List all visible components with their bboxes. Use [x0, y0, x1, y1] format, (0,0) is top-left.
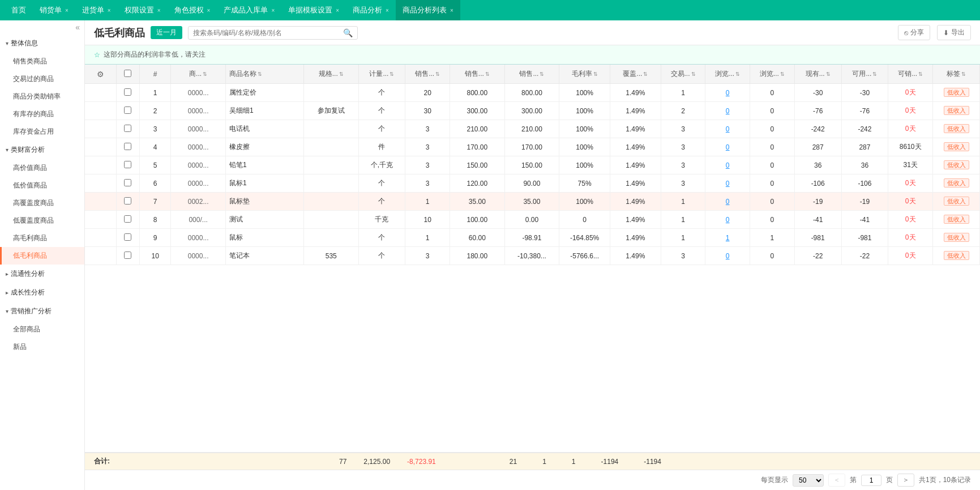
nav-close-icon[interactable]: × — [157, 7, 161, 14]
sidebar-item-high-value[interactable]: 高价值商品 — [0, 159, 84, 177]
nav-product-instock[interactable]: 产成品入库单 × — [217, 0, 281, 20]
sidebar-section-growth[interactable]: ▸ 成长性分析 — [0, 283, 84, 302]
sidebar-item-sales-goods[interactable]: 销售类商品 — [0, 53, 84, 70]
sidebar-item-low-margin[interactable]: 低毛利商品 — [0, 247, 84, 265]
cell-browse1[interactable]: 0 — [705, 174, 750, 193]
th-spec[interactable]: 规格...⇅ — [303, 65, 358, 84]
date-filter-button[interactable]: 近一月 — [151, 26, 182, 39]
cell-name: 鼠标 — [225, 229, 303, 247]
th-avail[interactable]: 可用...⇅ — [841, 65, 888, 84]
sidebar-section-circulation[interactable]: ▸ 流通性分析 — [0, 265, 84, 283]
sidebar-section-marketing[interactable]: ▾ 营销推广分析 — [0, 302, 84, 321]
sidebar-item-all-goods[interactable]: 全部商品 — [0, 321, 84, 338]
th-gross-rate[interactable]: 毛利率⇅ — [559, 65, 610, 84]
th-stock[interactable]: 现有...⇅ — [794, 65, 841, 84]
row-checkbox[interactable] — [124, 252, 131, 259]
share-button[interactable]: ⎋ 分享 — [898, 25, 930, 40]
cell-browse1[interactable]: 0 — [705, 156, 750, 174]
nav-close-icon[interactable]: × — [336, 7, 339, 14]
sidebar-section-overall[interactable]: ▾ 整体信息 — [0, 34, 84, 53]
sidebar-item-low-coverage[interactable]: 低覆盖度商品 — [0, 212, 84, 229]
th-sale-price[interactable]: 销售...⇅ — [450, 65, 505, 84]
th-code[interactable]: 商...⇅ — [171, 65, 226, 84]
sidebar-item-category-rate[interactable]: 商品分类助销率 — [0, 88, 84, 105]
export-button[interactable]: ⬇ 导出 — [937, 25, 971, 40]
sidebar-item-high-coverage[interactable]: 高覆盖度商品 — [0, 194, 84, 212]
th-cover-rate[interactable]: 覆盖...⇅ — [610, 65, 661, 84]
row-checkbox[interactable] — [124, 179, 131, 186]
gear-icon[interactable]: ⚙ — [97, 70, 104, 79]
search-icon[interactable]: 🔍 — [343, 28, 353, 37]
cell-browse1[interactable]: 0 — [705, 138, 750, 156]
th-trade-num[interactable]: 交易...⇅ — [661, 65, 705, 84]
nav-close-icon[interactable]: × — [450, 7, 453, 14]
nav-product-analysis[interactable]: 商品分析 × — [346, 0, 396, 20]
nav-close-icon[interactable]: × — [65, 7, 69, 14]
cell-avail: -19 — [841, 193, 888, 211]
nav-close-icon[interactable]: × — [271, 7, 275, 14]
nav-permission[interactable]: 权限设置 × — [118, 0, 168, 20]
search-input[interactable] — [193, 29, 340, 37]
row-checkbox[interactable] — [124, 161, 131, 168]
nav-product-analysis-list[interactable]: 商品分析列表 × — [396, 0, 460, 20]
page-number-input[interactable] — [861, 475, 881, 486]
th-browse2[interactable]: 浏览...⇅ — [750, 65, 795, 84]
sidebar-item-traded-goods[interactable]: 交易过的商品 — [0, 70, 84, 88]
th-checkbox[interactable] — [116, 65, 139, 84]
cell-browse1[interactable]: 1 — [705, 229, 750, 247]
cell-browse1[interactable]: 0 — [705, 84, 750, 102]
nav-sales-order[interactable]: 销货单 × — [33, 0, 75, 20]
cell-stock: -242 — [794, 120, 841, 138]
th-settings[interactable]: ⚙ — [85, 65, 116, 84]
cell-trade-num: 3 — [661, 156, 705, 174]
cell-browse1[interactable]: 0 — [705, 193, 750, 211]
row-checkbox[interactable] — [124, 88, 131, 96]
cell-checkbox[interactable] — [116, 229, 139, 247]
th-tag[interactable]: 标签⇅ — [933, 65, 980, 84]
sidebar-section-wealth[interactable]: ▾ 类财富分析 — [0, 140, 84, 159]
th-unit[interactable]: 计量...⇅ — [358, 65, 405, 84]
cell-checkbox[interactable] — [116, 156, 139, 174]
sidebar-item-stock-capital[interactable]: 库存资金占用 — [0, 123, 84, 140]
page-size-select[interactable]: 50 100 200 — [793, 474, 824, 487]
cell-stock: -106 — [794, 174, 841, 193]
cell-browse1[interactable]: 0 — [705, 211, 750, 229]
cell-checkbox[interactable] — [116, 193, 139, 211]
sidebar-collapse-btn[interactable]: « — [75, 23, 80, 32]
sidebar-item-high-margin[interactable]: 高毛利商品 — [0, 229, 84, 247]
nav-close-icon[interactable]: × — [207, 7, 211, 14]
prev-page-button[interactable]: ＜ — [828, 474, 845, 487]
cell-checkbox[interactable] — [116, 174, 139, 193]
cell-checkbox[interactable] — [116, 84, 139, 102]
cell-checkbox[interactable] — [116, 211, 139, 229]
cell-browse1[interactable]: 0 — [705, 247, 750, 265]
nav-purchase-order[interactable]: 进货单 × — [75, 0, 118, 20]
select-all-checkbox[interactable] — [124, 70, 131, 77]
nav-role-auth[interactable]: 角色授权 × — [168, 0, 217, 20]
sidebar-item-stocked-goods[interactable]: 有库存的商品 — [0, 105, 84, 123]
cell-checkbox[interactable] — [116, 120, 139, 138]
th-sale-num[interactable]: 销售...⇅ — [405, 65, 450, 84]
row-checkbox[interactable] — [124, 197, 131, 204]
nav-home[interactable]: 首页 — [5, 0, 33, 20]
th-browse1[interactable]: 浏览...⇅ — [705, 65, 750, 84]
row-checkbox[interactable] — [124, 233, 131, 241]
row-checkbox[interactable] — [124, 143, 131, 150]
th-saleable-days[interactable]: 可销...⇅ — [888, 65, 933, 84]
next-page-button[interactable]: ＞ — [897, 474, 914, 487]
cell-checkbox[interactable] — [116, 247, 139, 265]
nav-close-icon[interactable]: × — [386, 7, 389, 14]
cell-browse1[interactable]: 0 — [705, 120, 750, 138]
nav-template[interactable]: 单据模板设置 × — [281, 0, 346, 20]
nav-close-icon[interactable]: × — [108, 7, 111, 14]
sidebar-item-low-value[interactable]: 低价值商品 — [0, 177, 84, 194]
row-checkbox[interactable] — [124, 125, 131, 132]
th-name[interactable]: 商品名称⇅ — [225, 65, 303, 84]
row-checkbox[interactable] — [124, 215, 131, 223]
sidebar-item-new-goods[interactable]: 新品 — [0, 338, 84, 356]
cell-checkbox[interactable] — [116, 138, 139, 156]
cell-checkbox[interactable] — [116, 102, 139, 120]
cell-browse1[interactable]: 0 — [705, 102, 750, 120]
row-checkbox[interactable] — [124, 106, 131, 114]
th-sale-total[interactable]: 销售...⇅ — [504, 65, 559, 84]
